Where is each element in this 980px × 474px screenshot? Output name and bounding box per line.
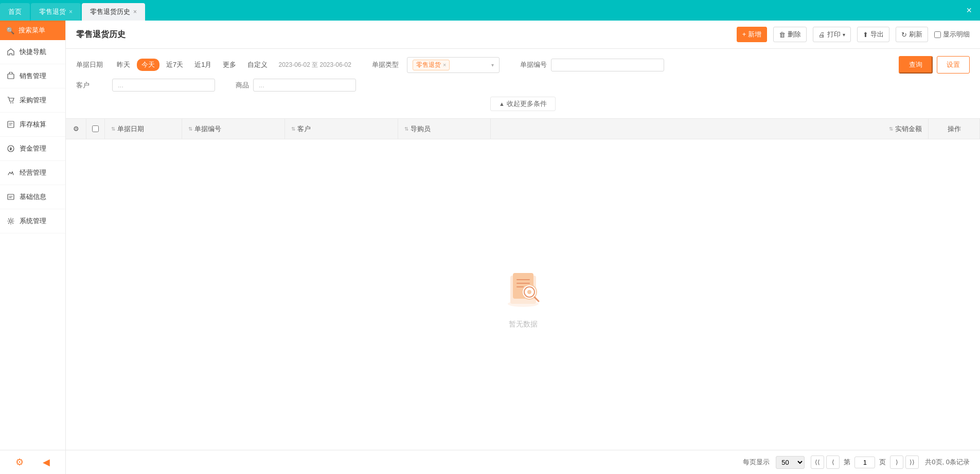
page-next-button[interactable]: ⟩: [890, 455, 903, 469]
goods-select[interactable]: ...: [253, 79, 356, 92]
tab-retail-return-close[interactable]: ×: [69, 8, 73, 15]
sidebar-search-label: 搜索菜单: [19, 26, 45, 35]
content-area: 零售退货历史 + 新增 🗑 删除 🖨 打印 ▾ ⬆ 导出: [66, 21, 980, 474]
sidebar-item-finance-label: 资金管理: [20, 144, 46, 153]
refresh-icon: ↻: [901, 31, 907, 39]
new-button-label: + 新增: [742, 30, 761, 39]
page-title: 零售退货历史: [76, 29, 126, 40]
doc-num-label: 单据编号: [520, 60, 547, 69]
sidebar-search[interactable]: 🔍 搜索菜单: [0, 21, 65, 40]
select-all-checkbox[interactable]: [92, 125, 99, 132]
print-button-label: 打印: [827, 30, 841, 39]
th-action-label: 操作: [948, 124, 961, 134]
svg-point-2: [12, 102, 13, 103]
date-btn-today[interactable]: 今天: [137, 59, 159, 71]
sidebar-settings-button[interactable]: ⚙: [15, 457, 24, 468]
new-button[interactable]: + 新增: [737, 27, 767, 42]
th-settings[interactable]: ⚙: [66, 119, 86, 139]
sidebar-item-inventory[interactable]: 库存核算: [0, 113, 65, 137]
type-dropdown-arrow: ▾: [491, 62, 494, 68]
window-close-button[interactable]: ×: [958, 5, 980, 16]
tab-retail-return[interactable]: 零售退货 ×: [31, 3, 81, 21]
date-btn-1month[interactable]: 近1月: [190, 59, 216, 71]
svg-rect-5: [8, 194, 14, 199]
sidebar-item-inventory-label: 库存核算: [20, 120, 46, 129]
filter-row-2: 客户 ... 商品 ...: [76, 79, 970, 92]
show-detail-checkbox-label[interactable]: 显示明细: [934, 30, 970, 39]
page-header: 零售退货历史 + 新增 🗑 删除 🖨 打印 ▾ ⬆ 导出: [66, 21, 980, 49]
date-range-display: 2023-06-02 至 2023-06-02: [278, 61, 351, 69]
page-prev-button[interactable]: ⟨: [826, 455, 840, 469]
sidebar-item-sales[interactable]: 销售管理: [0, 64, 65, 88]
print-button[interactable]: 🖨 打印 ▾: [813, 27, 851, 42]
type-tag-close[interactable]: ×: [443, 62, 446, 68]
th-customer[interactable]: ⇅ 客户: [285, 119, 398, 139]
page-navigation: ⟨⟨ ⟨ 第 页 ⟩ ⟩⟩: [811, 455, 919, 469]
sidebar-item-info[interactable]: 基础信息: [0, 185, 65, 209]
page-first-button[interactable]: ⟨⟨: [811, 455, 824, 469]
top-bar: 首页 零售退货 × 零售退货历史 × ×: [0, 0, 980, 21]
operation-icon: [6, 168, 15, 177]
svg-rect-3: [8, 121, 14, 127]
sidebar-item-purchase[interactable]: 采购管理: [0, 88, 65, 113]
date-btn-custom[interactable]: 自定义: [243, 59, 272, 71]
delete-button-label: 删除: [788, 30, 801, 39]
per-page-label: 每页显示: [743, 458, 770, 467]
page-input[interactable]: [854, 457, 875, 468]
th-amount[interactable]: ⇅ 实销金额: [491, 119, 929, 139]
type-select-box[interactable]: 零售退货 × ▾: [407, 57, 500, 73]
tab-retail-return-label: 零售退货: [39, 7, 66, 16]
customer-select[interactable]: ...: [112, 79, 215, 92]
th-guide[interactable]: ⇅ 导购员: [398, 119, 491, 139]
per-page-select[interactable]: 10 20 50 100: [776, 456, 805, 469]
type-tag-value: 零售退货 ×: [413, 60, 450, 70]
sidebar-bottom: ⚙ ◀: [0, 450, 65, 474]
query-button[interactable]: 查询: [899, 56, 933, 74]
sidebar-item-quicknav[interactable]: 快捷导航: [0, 40, 65, 64]
refresh-button-label: 刷新: [909, 30, 922, 39]
setting-button[interactable]: 设置: [937, 56, 970, 74]
finance-icon: [6, 144, 15, 153]
date-btn-7days[interactable]: 近7天: [162, 59, 188, 71]
tab-retail-return-history-close[interactable]: ×: [133, 8, 137, 15]
sidebar-item-sales-label: 销售管理: [20, 71, 46, 81]
sidebar-item-system-label: 系统管理: [20, 216, 46, 226]
th-amount-sort-icon: ⇅: [889, 126, 893, 132]
collapse-button[interactable]: ▲ 收起更多条件: [490, 97, 556, 111]
date-btn-yesterday[interactable]: 昨天: [112, 59, 135, 71]
tab-retail-return-history[interactable]: 零售退货历史 ×: [82, 3, 145, 21]
doc-num-input[interactable]: [551, 59, 664, 71]
export-button[interactable]: ⬆ 导出: [857, 27, 889, 42]
tab-home[interactable]: 首页: [0, 3, 30, 21]
refresh-button[interactable]: ↻ 刷新: [896, 27, 928, 42]
show-detail-label: 显示明细: [943, 30, 970, 39]
date-btn-more[interactable]: 更多: [218, 59, 241, 71]
page-last-button[interactable]: ⟩⟩: [905, 455, 919, 469]
sidebar-item-finance[interactable]: 资金管理: [0, 137, 65, 161]
th-date-sort-icon: ⇅: [111, 126, 115, 132]
th-date[interactable]: ⇅ 单据日期: [105, 119, 182, 139]
sidebar-item-operation[interactable]: 经营管理: [0, 161, 65, 185]
collapse-row: ▲ 收起更多条件: [76, 97, 970, 111]
th-number[interactable]: ⇅ 单据编号: [182, 119, 285, 139]
th-check[interactable]: [86, 119, 105, 139]
sidebar-item-info-label: 基础信息: [20, 192, 46, 202]
th-action: 操作: [929, 119, 980, 139]
settings-icon: ⚙: [73, 125, 79, 133]
page-total: 共0页, 0条记录: [925, 458, 970, 467]
sidebar-item-system[interactable]: 系统管理: [0, 209, 65, 233]
sidebar-item-operation-label: 经营管理: [20, 168, 46, 177]
svg-point-16: [527, 290, 531, 294]
sidebar-collapse-button[interactable]: ◀: [43, 457, 50, 468]
delete-button[interactable]: 🗑 删除: [773, 27, 807, 42]
export-icon: ⬆: [863, 31, 868, 39]
date-filter-buttons: 昨天 今天 近7天 近1月 更多 自定义 2023-06-02 至 2023-0…: [112, 59, 351, 71]
th-guide-label: 导购员: [411, 124, 431, 134]
show-detail-checkbox[interactable]: [934, 31, 941, 38]
pagination-bar: 每页显示 10 20 50 100 ⟨⟨ ⟨ 第 页 ⟩ ⟩⟩ 共0页, 0条记…: [66, 450, 980, 474]
th-customer-sort-icon: ⇅: [291, 126, 295, 132]
svg-point-1: [10, 102, 11, 103]
page-label: 第: [844, 458, 850, 467]
collapse-button-label: 收起更多条件: [507, 99, 547, 108]
info-icon: [6, 192, 15, 202]
